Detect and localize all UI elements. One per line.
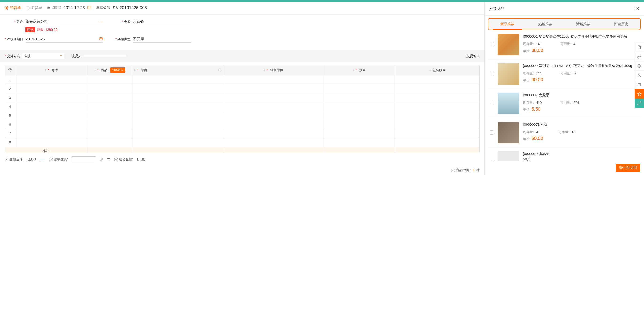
more-icon[interactable]: ···	[98, 19, 103, 24]
col-pack[interactable]: ▲▼包装数量	[395, 65, 480, 75]
product-image	[498, 122, 519, 143]
doc-type-radio-group: 销货单 退货单	[5, 6, 42, 10]
warehouse-select[interactable]: 北京仓	[133, 18, 191, 25]
delivery-bar: *交货方式 自提 提货人 交货备注	[0, 50, 484, 63]
recommend-pane: 推荐商品 ✕ 新品推荐热销推荐滞销推荐浏览历史 [0000001]华美华夫软饼1…	[484, 0, 644, 175]
gear-column[interactable]	[5, 65, 15, 75]
product-list: [0000001]华美华夫软饼1200g 糕点零食小吃手撕面包早餐休闲食品 现存…	[484, 30, 644, 161]
calendar-icon[interactable]	[87, 5, 92, 11]
product-image	[498, 34, 519, 55]
product-image	[498, 151, 519, 161]
count-bar: ≡ 商品种类 : 0 种	[0, 166, 484, 175]
col-qty[interactable]: ▲▼*数量	[323, 65, 395, 75]
payment-badge-row: 现结 应收: 1390.00	[25, 27, 103, 33]
recommend-footer: 选中(0) 返回	[484, 161, 644, 175]
discount-icon: ⊘	[49, 158, 53, 161]
product-checkbox[interactable]	[490, 42, 494, 47]
col-product[interactable]: ▲▼*商品扫码录入	[87, 65, 132, 75]
svg-point-8	[10, 69, 10, 70]
remark-label: 交货备注	[466, 54, 480, 58]
invoice-select[interactable]: 不开票	[133, 36, 192, 43]
delivery-select[interactable]: 自提	[22, 53, 64, 59]
product-image	[498, 93, 519, 114]
pay-now-badge: 现结	[25, 27, 35, 33]
product-item[interactable]: [0000002]费列罗（FERRERO）巧克力礼盒装生日礼物礼盒装01-300…	[488, 59, 641, 89]
deal-amount: 0.00	[137, 157, 145, 162]
svg-rect-4	[100, 37, 102, 40]
recommend-tab[interactable]: 热销推荐	[526, 19, 564, 30]
invoice-label: 票据类型	[118, 37, 131, 41]
picker-label: 提货人	[72, 54, 82, 58]
table-row[interactable]: 6	[5, 120, 480, 129]
table-row[interactable]: 2	[5, 84, 480, 93]
table-row[interactable]: 3	[5, 93, 480, 102]
totals-row: ¥ 金额合计: 0.00 — ⊘ 整单优惠: ⓘ = ⊚ 成交金额: 0.00	[0, 153, 484, 166]
delivery-label: 交货方式	[7, 54, 20, 58]
product-name: [0000001]华美华夫软饼1200g 糕点零食小吃手撕面包早餐休闲食品	[523, 34, 639, 39]
line-items-table: ▲▼*仓库 ▲▼*商品扫码录入 ▲▼*单价ⓘ ▲▼*销售单位 ▲▼*数量 ▲▼包…	[5, 65, 480, 153]
warehouse-label: 仓库	[124, 20, 130, 24]
product-checkbox[interactable]	[490, 101, 494, 105]
equals-icon: =	[107, 157, 110, 162]
yen-icon: ¥	[5, 158, 8, 161]
calendar-icon[interactable]	[99, 37, 103, 42]
col-warehouse[interactable]: ▲▼*仓库	[15, 65, 88, 75]
doc-number-value: SA-20191226-005	[112, 6, 147, 10]
table-row[interactable]: 4	[5, 102, 480, 111]
product-item[interactable]: [0000007]火龙果 现存量:410可用量:274单价5.50	[488, 89, 641, 118]
paydate-input[interactable]: 2019-12-26	[26, 36, 103, 43]
doc-number: 单据编号 SA-20191226-005	[96, 6, 147, 10]
table-row[interactable]: 5	[5, 111, 480, 120]
product-count: 0	[472, 168, 474, 172]
help-icon[interactable]: ⓘ	[218, 68, 222, 72]
product-item[interactable]: [00000071]草莓 现存量:41可用量:13单价60.00	[488, 118, 641, 147]
table-row[interactable]: 8	[5, 138, 480, 147]
col-price[interactable]: ▲▼*单价ⓘ	[132, 65, 224, 75]
select-return-button[interactable]: 选中(0) 返回	[616, 164, 640, 172]
help-icon[interactable]: ⓘ	[100, 157, 103, 162]
recommend-tabs: 新品推荐热销推荐滞销推荐浏览历史	[488, 18, 641, 30]
product-name: [0000007]火龙果	[523, 93, 639, 98]
recommend-title: 推荐商品	[489, 6, 504, 11]
minus-icon: —	[40, 157, 45, 162]
subtotal-row: 小计	[5, 147, 480, 153]
product-checkbox[interactable]	[490, 72, 494, 76]
scan-button[interactable]: 扫码录入	[110, 67, 125, 73]
table-row[interactable]: 1	[5, 75, 480, 84]
deal-icon: ⊚	[114, 158, 118, 161]
main-form-pane: 销货单 退货单 单据日期 2019-12-26 单据编号 SA-20191226…	[0, 0, 484, 175]
doc-number-label: 单据编号	[96, 6, 110, 10]
product-image	[498, 63, 519, 85]
chevron-down-icon	[59, 54, 62, 58]
paydate-label: 收款到期日	[7, 37, 23, 41]
col-unit[interactable]: ▲▼*销售单位	[224, 65, 323, 75]
product-name: [00000071]草莓	[523, 122, 639, 127]
return-order-radio[interactable]: 退货单	[26, 6, 42, 10]
doc-date-value[interactable]: 2019-12-26	[63, 6, 85, 10]
product-name: [0000002]费列罗（FERRERO）巧克力礼盒装生日礼物礼盒装01-300…	[523, 63, 639, 69]
recommend-tab[interactable]: 浏览历史	[602, 19, 640, 30]
customer-input[interactable]: 新盛商贸公司 ···	[25, 18, 103, 25]
doc-date: 单据日期 2019-12-26	[47, 5, 92, 11]
product-checkbox[interactable]	[490, 130, 494, 135]
close-icon[interactable]: ✕	[635, 6, 639, 12]
header-row: 销货单 退货单 单据日期 2019-12-26 单据编号 SA-20191226…	[0, 2, 484, 15]
svg-rect-0	[88, 6, 91, 9]
total-amount: 0.00	[28, 157, 36, 162]
discount-input[interactable]	[72, 156, 96, 162]
table-row[interactable]: 7	[5, 129, 480, 138]
customer-label: 客户	[16, 20, 23, 24]
list-icon: ≡	[451, 169, 455, 172]
recommend-tab[interactable]: 滞销推荐	[564, 19, 602, 30]
doc-date-label: 单据日期	[47, 6, 61, 10]
sales-order-radio[interactable]: 销货单	[5, 6, 21, 10]
recommend-tab[interactable]: 新品推荐	[488, 19, 526, 30]
product-item[interactable]: [0000012]水晶梨50斤	[488, 147, 641, 161]
product-item[interactable]: [0000001]华美华夫软饼1200g 糕点零食小吃手撕面包早餐休闲食品 现存…	[488, 30, 641, 59]
picker-input[interactable]	[84, 55, 126, 57]
product-name: [0000012]水晶梨50斤	[523, 151, 639, 161]
